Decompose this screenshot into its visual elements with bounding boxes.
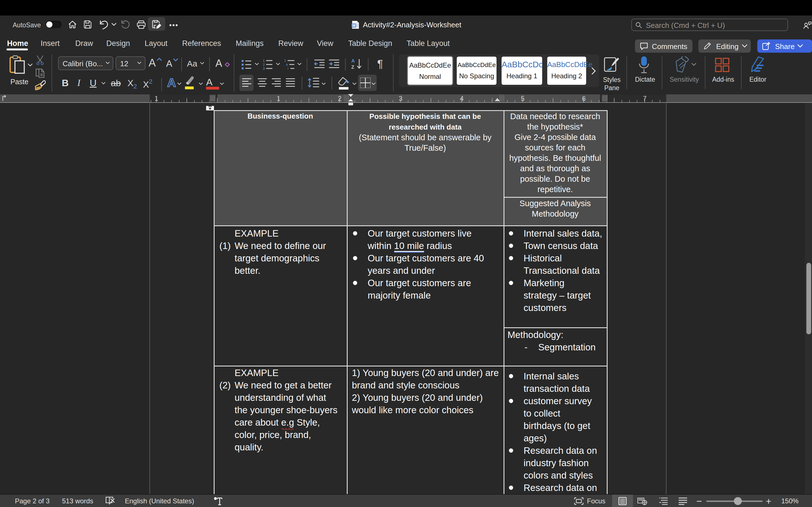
svg-text:2: 2 [263, 62, 265, 67]
svg-text:1: 1 [263, 59, 265, 63]
svg-text:W: W [352, 24, 356, 27]
svg-text:3: 3 [263, 66, 265, 70]
svg-text:A: A [351, 58, 355, 64]
svg-text:a: a [286, 62, 288, 66]
svg-text:i: i [288, 66, 289, 70]
svg-text:Z: Z [351, 64, 354, 70]
svg-text:1: 1 [284, 59, 286, 62]
